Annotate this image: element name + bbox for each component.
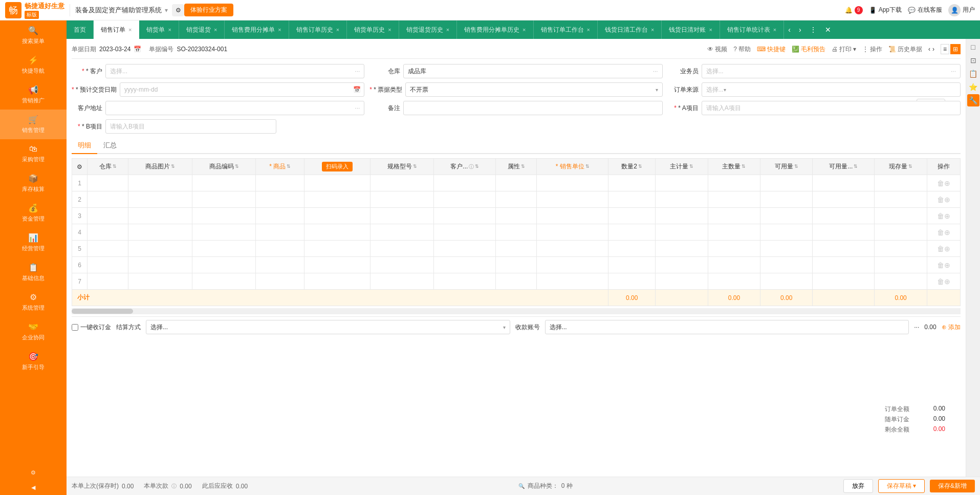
row-5-main-qty[interactable]: [708, 241, 760, 257]
scroll-thumb[interactable]: [72, 309, 133, 314]
print-btn[interactable]: 🖨 打印 ▾: [832, 45, 856, 54]
sidebar-item-search[interactable]: 🔍 搜索菜单: [0, 20, 67, 50]
row-1-qty2[interactable]: [608, 175, 655, 191]
tab-cash-reconcile-close[interactable]: ×: [709, 27, 712, 33]
discard-btn[interactable]: 放弃: [843, 479, 873, 493]
sidebar-item-finance[interactable]: 💰 资金管理: [0, 198, 67, 228]
sidebar-item-operation[interactable]: 📊 经营管理: [0, 228, 67, 257]
unit-sort[interactable]: ⇅: [585, 164, 590, 169]
tab-sales[interactable]: 销货单 ×: [139, 20, 179, 39]
row-7-copy-btn[interactable]: ⊕: [944, 277, 950, 286]
tab-history-expense[interactable]: 销售费用分摊单历史 ×: [457, 20, 533, 39]
row-4-main-unit[interactable]: [656, 224, 708, 241]
row-6-available[interactable]: [760, 257, 813, 273]
industry-btn[interactable]: 体验行业方案: [184, 4, 233, 16]
user-menu[interactable]: 👤 用户: [948, 4, 975, 16]
row-4-available[interactable]: [760, 224, 813, 241]
add-payment-btn[interactable]: ⊕ 添加: [942, 323, 961, 332]
row-7-product[interactable]: [256, 273, 304, 290]
one-click-check[interactable]: [72, 324, 78, 331]
row-6-warehouse[interactable]: [88, 257, 128, 273]
row-6-qty2[interactable]: [608, 257, 655, 273]
row-3-main-qty[interactable]: [708, 208, 760, 224]
system-settings-icon[interactable]: ⚙: [172, 4, 184, 16]
row-4-stock[interactable]: [875, 224, 927, 241]
tab-cash-reconcile[interactable]: 钱货日清对账 ×: [662, 20, 720, 39]
row-5-image[interactable]: [128, 241, 192, 257]
online-service[interactable]: 💬 在线客服: [908, 6, 942, 14]
row-2-warehouse[interactable]: [88, 191, 128, 208]
code-sort[interactable]: ⇅: [235, 164, 239, 169]
row-1-model[interactable]: [370, 175, 434, 191]
row-1-attr[interactable]: [496, 175, 537, 191]
tab-summary[interactable]: 汇总: [97, 138, 123, 153]
row-6-image[interactable]: [128, 257, 192, 273]
row-3-code[interactable]: [192, 208, 256, 224]
row-6-delete-btn[interactable]: 🗑: [937, 261, 944, 269]
right-panel-icon-4[interactable]: ⭐: [967, 81, 979, 93]
customer-code-sort[interactable]: ⇅: [475, 164, 479, 169]
tab-sales-order[interactable]: 销售订单 ×: [94, 20, 139, 39]
row-3-customer-code[interactable]: [434, 208, 496, 224]
tab-sales-close[interactable]: ×: [168, 27, 171, 33]
tab-history-return[interactable]: 销货退货历史 ×: [399, 20, 457, 39]
row-3-model[interactable]: [370, 208, 434, 224]
row-2-available[interactable]: [760, 191, 813, 208]
right-panel-icon-1[interactable]: □: [967, 41, 979, 53]
row-3-main-unit[interactable]: [656, 208, 708, 224]
row-3-product[interactable]: [256, 208, 304, 224]
row-1-unit[interactable]: [537, 175, 608, 191]
a-project-input[interactable]: 请输入A项目: [702, 101, 961, 115]
app-download[interactable]: 📱 App下载: [869, 6, 902, 14]
main-qty-sort[interactable]: ⇅: [742, 164, 746, 169]
invoice-select[interactable]: 不开票 ▾: [405, 82, 662, 97]
available-sort[interactable]: ⇅: [794, 164, 798, 169]
b-project-input[interactable]: 请输入B项目: [105, 119, 276, 134]
row-7-warehouse[interactable]: [88, 273, 128, 290]
row-6-main-qty[interactable]: [708, 257, 760, 273]
row-4-unit[interactable]: [537, 224, 608, 241]
row-6-code[interactable]: [192, 257, 256, 273]
tab-detail[interactable]: 明细: [72, 138, 97, 154]
row-4-code[interactable]: [192, 224, 256, 241]
tab-stats[interactable]: 销售订单统计表 ×: [720, 20, 784, 39]
row-3-available2[interactable]: [813, 208, 875, 224]
row-1-code[interactable]: [192, 175, 256, 191]
row-1-product[interactable]: [256, 175, 304, 191]
row-2-attr[interactable]: [496, 191, 537, 208]
staff-input[interactable]: 选择... ···: [702, 64, 961, 78]
tab-menu-btn[interactable]: ⋮: [805, 20, 821, 39]
notification-icon[interactable]: 🔔 9: [845, 6, 863, 14]
row-5-delete-btn[interactable]: 🗑: [937, 245, 944, 253]
view-btn[interactable]: 👁 视频: [707, 45, 727, 54]
row-7-available[interactable]: [760, 273, 813, 290]
row-2-model[interactable]: [370, 191, 434, 208]
tab-workbench[interactable]: 销售订单工作台 ×: [534, 20, 598, 39]
address-input[interactable]: ···: [105, 101, 364, 115]
tab-home[interactable]: 首页: [67, 20, 94, 39]
qty2-sort[interactable]: ⇅: [638, 164, 642, 169]
row-4-image[interactable]: [128, 224, 192, 241]
list-view-btn[interactable]: ≡: [941, 44, 949, 54]
row-6-attr[interactable]: [496, 257, 537, 273]
tab-expense-close[interactable]: ×: [278, 27, 281, 33]
current-debt-info[interactable]: ⓘ: [171, 483, 177, 490]
row-7-main-qty[interactable]: [708, 273, 760, 290]
save-draft-btn[interactable]: 保存草稿 ▾: [878, 479, 925, 493]
customer-input[interactable]: 选择... ···: [105, 64, 364, 78]
col-settings[interactable]: ⚙: [72, 159, 88, 175]
row-4-delete-btn[interactable]: 🗑: [937, 228, 944, 236]
row-1-main-qty[interactable]: [708, 175, 760, 191]
row-7-unit[interactable]: [537, 273, 608, 290]
row-3-qty2[interactable]: [608, 208, 655, 224]
warehouse-input[interactable]: 成品库 ···: [403, 64, 662, 78]
row-2-customer-code[interactable]: [434, 191, 496, 208]
sidebar-item-nav[interactable]: ⚡ 快捷导航: [0, 50, 67, 80]
row-6-stock[interactable]: [875, 257, 927, 273]
row-2-main-unit[interactable]: [656, 191, 708, 208]
row-4-product[interactable]: [256, 224, 304, 241]
operation-btn[interactable]: ⋮ 操作: [862, 45, 882, 54]
row-7-main-unit[interactable]: [656, 273, 708, 290]
delivery-input[interactable]: yyyy-mm-dd 📅: [120, 82, 364, 97]
tab-history-sales-close[interactable]: ×: [388, 27, 391, 33]
